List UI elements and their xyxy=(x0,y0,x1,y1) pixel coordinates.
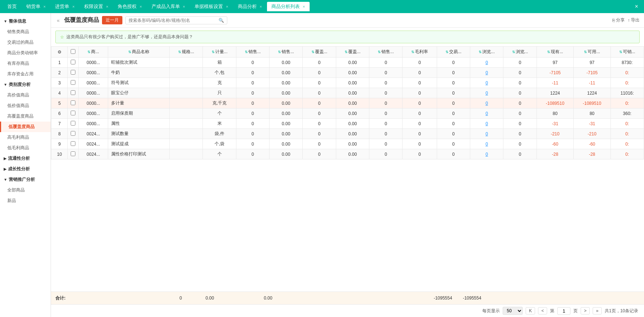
row-checkbox[interactable] xyxy=(68,108,79,119)
footer-sales3 xyxy=(283,294,312,302)
export-button[interactable]: ↑ 导出 xyxy=(628,17,640,23)
row-checkbox[interactable] xyxy=(68,78,79,88)
page-size-select[interactable]: 50 100 200 xyxy=(503,307,523,315)
page-input[interactable] xyxy=(557,307,570,315)
row-stock1: -1089510 xyxy=(537,98,573,108)
share-button[interactable]: ⎘ 分享 xyxy=(612,17,625,23)
sidebar-item-high-value[interactable]: 高价值商品 xyxy=(0,90,51,100)
close-icon[interactable]: × xyxy=(260,4,262,9)
close-icon[interactable]: × xyxy=(106,4,108,9)
row-checkbox[interactable] xyxy=(68,88,79,98)
nav-product-analysis[interactable]: 商品分析 × xyxy=(233,2,266,11)
row-cover1: 0 xyxy=(303,139,336,149)
browse1-col-header[interactable]: ⇅浏览... xyxy=(470,47,503,58)
row-name: 眼宝公仔 xyxy=(108,88,169,98)
row-browse1[interactable]: 0 xyxy=(470,78,503,88)
sales3-col-header[interactable]: ⇅销售... xyxy=(369,47,402,58)
sku-col-header[interactable]: ⇅商... xyxy=(79,47,108,58)
nav-home[interactable]: 首页 xyxy=(3,2,21,11)
close-icon[interactable]: × xyxy=(183,4,185,9)
sidebar-item-low-margin[interactable]: 低毛利商品 xyxy=(0,143,51,153)
row-checkbox[interactable] xyxy=(68,149,79,159)
table-row: 6 0000... 启用保质期 个 0 0.00 0 0.00 0 0 0 0 … xyxy=(51,108,644,119)
row-checkbox[interactable] xyxy=(68,119,79,129)
row-browse1[interactable]: 0 xyxy=(470,139,503,149)
sidebar-item-traded-goods[interactable]: 交易过的商品 xyxy=(0,37,51,48)
row-name: 测试提成 xyxy=(108,139,169,149)
checkbox-col-header[interactable] xyxy=(68,47,79,58)
table-row: 3 0000... 符号测试 克 0 0.00 0 0.00 0 0 0 0 0… xyxy=(51,78,644,88)
time-filter-button[interactable]: 近一月 xyxy=(102,16,122,24)
spec-col-header[interactable]: ⇅规格... xyxy=(170,47,203,58)
stock2-col-header[interactable]: ⇅可用... xyxy=(574,47,610,58)
gross-col-header[interactable]: ⇅毛利率 xyxy=(402,47,437,58)
stock1-col-header[interactable]: ⇅现有... xyxy=(537,47,573,58)
nav-purchase-order[interactable]: 进货单 × xyxy=(51,2,79,11)
row-sales-amt: 0.00 xyxy=(270,149,303,159)
select-all-checkbox[interactable] xyxy=(71,49,75,54)
sidebar-section-liquidity[interactable]: ▶ 流通性分析 xyxy=(0,153,51,164)
row-num: 7 xyxy=(51,119,68,129)
cover1-col-header[interactable]: ⇅覆盖... xyxy=(303,47,336,58)
last-page-button[interactable]: » xyxy=(593,307,602,314)
search-icon[interactable]: 🔍 xyxy=(219,18,224,23)
trade-col-header[interactable]: ⇅交易... xyxy=(437,47,470,58)
cover2-col-header[interactable]: ⇅覆盖... xyxy=(336,47,369,58)
sidebar-item-new-goods[interactable]: 新品 xyxy=(0,195,51,206)
row-checkbox[interactable] xyxy=(68,98,79,108)
close-icon[interactable]: × xyxy=(303,4,305,9)
unit-col-header[interactable]: ⇅计量... xyxy=(203,47,236,58)
nav-role-auth[interactable]: 角色授权 × xyxy=(113,2,146,11)
row-checkbox[interactable] xyxy=(68,139,79,149)
close-icon[interactable]: × xyxy=(72,4,74,9)
prev-page-button[interactable]: < xyxy=(538,307,547,314)
nav-sales-order[interactable]: 销货单 × xyxy=(22,2,50,11)
sidebar-item-stocked-goods[interactable]: 有库存商品 xyxy=(0,58,51,69)
stock3-col-header[interactable]: ⇅可销... xyxy=(610,47,644,58)
row-browse1[interactable]: 0 xyxy=(470,88,503,98)
row-browse1[interactable]: 0 xyxy=(470,58,503,68)
name-col-header[interactable]: ⇅商品名称 xyxy=(108,47,169,58)
sidebar-section-marketing[interactable]: ▼ 营销推广分析 xyxy=(0,174,51,185)
row-checkbox[interactable] xyxy=(68,58,79,68)
row-browse1[interactable]: 0 xyxy=(470,68,503,78)
sidebar-section-category-analysis[interactable]: ▼ 类别度分析 xyxy=(0,79,51,90)
sidebar-collapse-button[interactable]: « xyxy=(55,17,61,24)
row-browse1[interactable]: 0 xyxy=(470,108,503,119)
sidebar-item-stock-capital[interactable]: 库存资金占用 xyxy=(0,69,51,79)
sales-qty-col-header[interactable]: ⇅销售... xyxy=(236,47,269,58)
nav-template-settings[interactable]: 单据模板设置 × xyxy=(190,2,232,11)
row-browse1[interactable]: 0 xyxy=(470,119,503,129)
row-browse1[interactable]: 0 xyxy=(470,129,503,139)
nav-product-analysis-list[interactable]: 商品分析列表 × xyxy=(267,2,309,11)
next-page-button[interactable]: > xyxy=(581,307,590,314)
first-page-button[interactable]: K xyxy=(526,307,535,314)
row-checkbox[interactable] xyxy=(68,129,79,139)
close-icon[interactable]: × xyxy=(43,4,46,9)
close-icon[interactable]: × xyxy=(226,4,228,9)
sidebar-item-sales-goods[interactable]: 销售类商品 xyxy=(0,27,51,37)
sidebar-item-low-coverage[interactable]: 低覆盖度商品 xyxy=(0,122,51,132)
settings-col-header[interactable]: ⚙ xyxy=(51,47,68,58)
row-stock3: 0: xyxy=(610,78,644,88)
sidebar-item-high-margin[interactable]: 高毛利商品 xyxy=(0,132,51,143)
row-browse1[interactable]: 0 xyxy=(470,149,503,159)
nav-permission-settings[interactable]: 权限设置 × xyxy=(80,2,113,11)
sidebar-section-overall[interactable]: ▼ 整体信息 xyxy=(0,16,51,27)
browse2-col-header[interactable]: ⇅浏览... xyxy=(503,47,537,58)
row-checkbox[interactable] xyxy=(68,68,79,78)
sidebar-item-low-value[interactable]: 低价值商品 xyxy=(0,100,51,111)
row-browse1[interactable]: 0 xyxy=(470,98,503,108)
sales-amt-col-header[interactable]: ⇅销售... xyxy=(270,47,303,58)
search-input[interactable] xyxy=(129,18,217,23)
close-icon[interactable]: × xyxy=(140,4,142,9)
row-browse2: 0 xyxy=(503,139,537,149)
sidebar-item-high-coverage[interactable]: 高覆盖度商品 xyxy=(0,111,51,122)
action-buttons: ⎘ 分享 ↑ 导出 xyxy=(612,17,640,23)
sidebar-item-category-rate[interactable]: 商品分类动销率 xyxy=(0,48,51,58)
sidebar-item-all-goods[interactable]: 全部商品 xyxy=(0,185,51,195)
sidebar-section-growth[interactable]: ▶ 成长性分析 xyxy=(0,164,51,174)
row-sku: 0000... xyxy=(79,108,108,119)
nav-product-inbound[interactable]: 产成品入库单 × xyxy=(147,2,189,11)
window-close-button[interactable]: × xyxy=(632,2,641,11)
